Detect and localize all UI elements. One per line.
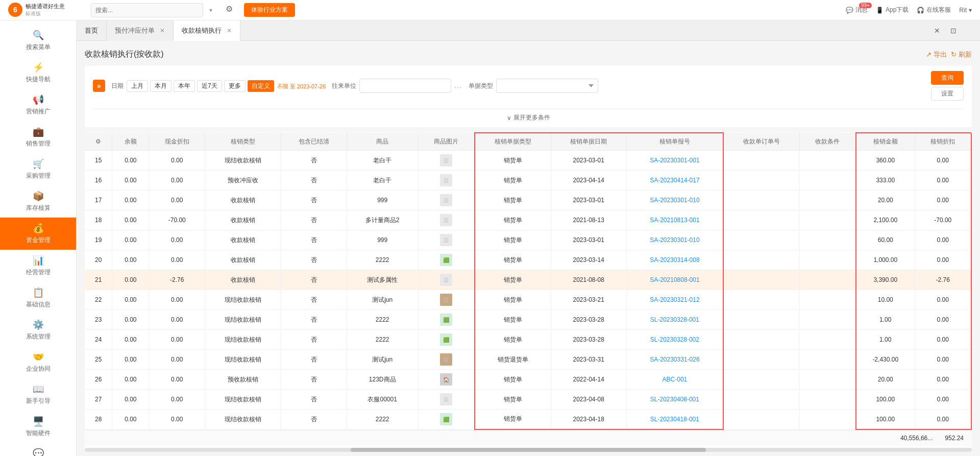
- cell-goods: 2222: [347, 330, 418, 350]
- date-btn-this-month[interactable]: 本月: [150, 80, 172, 92]
- message-icon-area[interactable]: 💬 消息 99+: [846, 6, 868, 14]
- cell-cancel-discount: 0.00: [915, 190, 971, 210]
- guide-icon: 📖: [33, 383, 44, 395]
- cell-receipt-order-no: [723, 270, 799, 290]
- cell-cancel-bill-no[interactable]: SL-20230328-002: [626, 330, 723, 350]
- cell-cancel-bill-no[interactable]: SA-20210808-001: [626, 270, 723, 290]
- cell-cancel-bill-no[interactable]: SA-20210813-001: [626, 210, 723, 230]
- tab-close-btn[interactable]: ✕: [931, 25, 943, 37]
- sidebar-item-search[interactable]: 🔍 搜索菜单: [0, 25, 76, 57]
- tab-home[interactable]: 首页: [77, 20, 107, 41]
- sidebar-item-finance[interactable]: 💰 资金管理: [0, 218, 76, 250]
- sidebar-item-basic[interactable]: 📋 基础信息: [0, 282, 76, 314]
- expand-more-conditions[interactable]: ∨ 展开更多条件: [93, 109, 964, 122]
- export-button[interactable]: ↗ 导出: [926, 50, 947, 59]
- sidebar-item-guide[interactable]: 📖 新手引导: [0, 378, 76, 411]
- partner-input[interactable]: [359, 79, 451, 93]
- collab-icon: 🤝: [33, 351, 44, 363]
- cell-balance: 0.00: [112, 330, 149, 350]
- date-btn-custom[interactable]: 自定义: [248, 80, 274, 92]
- cell-cancel-bill-no[interactable]: SL-20230408-001: [626, 390, 723, 410]
- tab-close-prepayment[interactable]: ✕: [160, 27, 165, 34]
- cell-cancel-bill-date: 2023-03-01: [551, 190, 626, 210]
- cell-cancel-bill-no[interactable]: SA-20230301-010: [626, 190, 723, 210]
- bill-no-link[interactable]: SA-20230301-001: [650, 157, 699, 164]
- table-row: 240.000.00现结收款核销否2222🟩销货单2023-03-28SL-20…: [85, 330, 971, 350]
- cell-cancel-type: 现结收款核销: [205, 310, 281, 330]
- gear-icon[interactable]: ⚙: [226, 4, 238, 16]
- date-btn-this-year[interactable]: 本年: [174, 80, 195, 92]
- tab-expand-btn[interactable]: ⊡: [947, 25, 960, 37]
- sidebar-item-nav[interactable]: ⚡ 快捷导航: [0, 57, 76, 89]
- sidebar-item-collab[interactable]: 🤝 企业协同: [0, 346, 76, 378]
- cell-cancel-bill-no[interactable]: SA-20230321-012: [626, 290, 723, 310]
- dropdown-icon[interactable]: ▾: [209, 7, 219, 14]
- data-table-container: ⚙ 余额 现金折扣 核销类型 包含已结清 商品 商品图片 核销单据类型 核销单据…: [85, 132, 972, 452]
- sidebar-item-inventory[interactable]: 📦 库存核算: [0, 185, 76, 218]
- cell-goods: 2222: [347, 310, 418, 330]
- cell-cancel-bill-no[interactable]: ABC-001: [626, 370, 723, 390]
- bill-no-link[interactable]: SA-20210813-001: [650, 217, 699, 224]
- row-number: 20: [85, 250, 112, 270]
- cell-cash-discount: 0.00: [149, 330, 205, 350]
- bill-no-link[interactable]: SL-20230418-001: [650, 416, 699, 423]
- bill-no-link[interactable]: SL-20230328-002: [650, 336, 699, 343]
- tab-prepayment[interactable]: 预付冲应付单 ✕: [107, 20, 174, 41]
- industry-button[interactable]: 体验行业方案: [244, 3, 295, 17]
- sidebar-item-hardware[interactable]: 🖥️ 智能硬件: [0, 411, 76, 443]
- tab-close-receipts[interactable]: ✕: [227, 27, 232, 34]
- horizontal-scrollbar[interactable]: [85, 448, 972, 452]
- cell-balance: 0.00: [112, 230, 149, 250]
- sidebar-item-marketing[interactable]: 📢 营销推广: [0, 89, 76, 121]
- tab-receipts[interactable]: 收款核销执行 ✕: [174, 20, 240, 41]
- bill-no-link[interactable]: SA-20230321-012: [650, 296, 699, 303]
- bill-no-link[interactable]: SL-20230328-001: [650, 316, 699, 323]
- bill-no-link[interactable]: SA-20230301-010: [650, 197, 699, 204]
- cell-include-settled: 否: [281, 290, 347, 310]
- app-download-btn[interactable]: 📱 App下载: [876, 6, 909, 14]
- table-header-row: ⚙ 余额 现金折扣 核销类型 包含已结清 商品 商品图片 核销单据类型 核销单据…: [85, 133, 971, 151]
- date-btn-7days[interactable]: 近7天: [197, 80, 222, 92]
- cell-cancel-bill-date: 2021-08-08: [551, 270, 626, 290]
- cell-cancel-bill-date: 2022-04-14: [551, 370, 626, 390]
- bill-no-link[interactable]: SA-20230331-026: [650, 356, 699, 363]
- bill-no-link[interactable]: ABC-001: [663, 376, 688, 383]
- scroll-thumb[interactable]: [351, 448, 705, 452]
- cell-cancel-bill-no[interactable]: SA-20230331-026: [626, 350, 723, 370]
- cell-cancel-amount: 1.00: [856, 310, 915, 330]
- cell-receipt-order-no: [723, 350, 799, 370]
- th-cancel-type: 核销类型: [205, 133, 281, 151]
- filter-expand-btn[interactable]: »: [93, 80, 105, 92]
- refresh-button[interactable]: ↻ 刷新: [951, 50, 972, 59]
- bill-no-link[interactable]: SA-20230414-017: [650, 177, 699, 184]
- user-profile[interactable]: Rit ▾: [959, 7, 972, 14]
- bill-no-link[interactable]: SA-20210808-001: [650, 276, 699, 283]
- cell-cancel-bill-date: 2023-03-14: [551, 250, 626, 270]
- service-icon: 🎧: [917, 7, 924, 14]
- sidebar-item-management[interactable]: 📊 经营管理: [0, 250, 76, 282]
- sidebar-item-sales[interactable]: 💼 销售管理: [0, 121, 76, 153]
- cell-balance: 0.00: [112, 350, 149, 370]
- date-btn-last-month[interactable]: 上月: [127, 80, 148, 92]
- bill-no-link[interactable]: SA-20230301-010: [650, 236, 699, 244]
- cell-cancel-bill-no[interactable]: SA-20230301-001: [626, 151, 723, 171]
- th-settings[interactable]: ⚙: [85, 133, 112, 151]
- sidebar-item-system[interactable]: ⚙️ 系统管理: [0, 314, 76, 346]
- sidebar-item-purchase[interactable]: 🛒 采购管理: [0, 153, 76, 185]
- bill-no-link[interactable]: SA-20230314-008: [650, 256, 699, 263]
- setting-button[interactable]: 设置: [931, 87, 964, 101]
- bill-no-link[interactable]: SL-20230408-001: [650, 396, 699, 403]
- cell-cancel-bill-no[interactable]: SA-20230314-008: [626, 250, 723, 270]
- cell-cancel-bill-no[interactable]: SA-20230301-010: [626, 230, 723, 250]
- search-input[interactable]: [91, 3, 203, 17]
- online-service-btn[interactable]: 🎧 在线客服: [917, 6, 951, 14]
- type-select[interactable]: [496, 79, 598, 93]
- cell-cancel-bill-no[interactable]: SL-20230328-001: [626, 310, 723, 330]
- cell-balance: 0.00: [112, 310, 149, 330]
- cell-cancel-bill-no[interactable]: SA-20230414-017: [626, 171, 723, 190]
- sidebar-item-wechat[interactable]: 💬 企业微信: [0, 443, 76, 456]
- cell-cancel-bill-no[interactable]: SL-20230418-001: [626, 410, 723, 429]
- cell-receipt-condition: [799, 390, 856, 410]
- date-btn-more[interactable]: 更多: [224, 80, 246, 92]
- query-button[interactable]: 查询: [931, 71, 964, 85]
